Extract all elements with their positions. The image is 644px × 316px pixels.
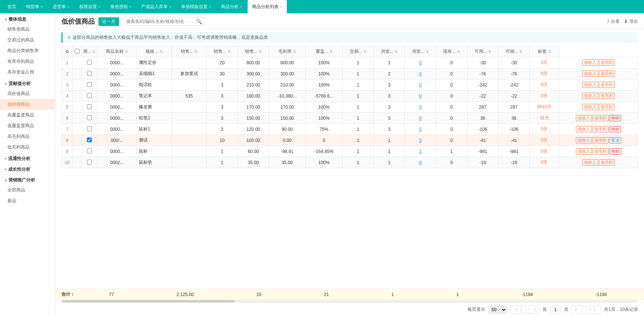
row-checkbox[interactable] [87, 126, 92, 131]
close-icon[interactable]: × [240, 5, 242, 9]
sidebar-item-high-coverage[interactable]: 高覆盖度商品 [0, 110, 55, 120]
nav-product-analysis-list[interactable]: 商品分析列表 × [248, 0, 287, 13]
row-margin: 100% [305, 57, 342, 68]
row-checkbox[interactable] [87, 137, 92, 142]
row-view2: 0 [436, 157, 467, 168]
row-sales3: 150.00 [269, 113, 306, 124]
nav-sales-order[interactable]: 销货单 × [21, 0, 47, 13]
row-view2: 1 [436, 146, 467, 157]
sidebar-item-stock-capital[interactable]: 库存资金占用 [0, 67, 55, 78]
next-page-button[interactable]: 〉 [571, 305, 583, 314]
page-size-select[interactable]: 50 100 200 [488, 306, 507, 314]
row-checkbox[interactable] [87, 160, 92, 164]
row-view1[interactable]: 0 [405, 91, 436, 102]
row-index: 4 [62, 91, 73, 102]
nav-template-settings[interactable]: 单据模板设置 × [177, 0, 216, 13]
page-number-input[interactable] [550, 306, 561, 313]
sidebar-item-low-margin[interactable]: 低毛利商品 [0, 142, 55, 153]
row-checkbox[interactable] [87, 71, 92, 76]
first-page-button[interactable]: 〈〈 [510, 305, 526, 314]
sidebar-item-traded-products[interactable]: 交易过的商品 [0, 35, 55, 45]
select-all-checkbox[interactable] [75, 49, 80, 54]
row-coverage: 1 [342, 79, 373, 91]
row-view1[interactable]: 0 [405, 135, 436, 146]
row-view1[interactable]: 0 [405, 102, 436, 113]
sidebar-group-growth[interactable]: > 成长性分析 [0, 163, 55, 174]
row-checkbox[interactable] [87, 82, 92, 87]
column-settings[interactable]: ⚙ [62, 46, 73, 57]
row-deal: 3 [373, 102, 405, 113]
nav-home[interactable]: 首页 [3, 0, 21, 13]
share-button[interactable]: ⤴ 分享 [607, 18, 620, 25]
sidebar-group-liquidity[interactable]: > 流通性分析 [0, 153, 55, 163]
sidebar-item-sales-products[interactable]: 销售类商品 [0, 24, 55, 35]
sidebar-item-high-margin[interactable]: 高毛利商品 [0, 131, 55, 142]
close-icon[interactable]: × [209, 5, 211, 9]
column-view2: 浏览... ⇅ [405, 46, 436, 57]
row-sales2: 150.00 [238, 113, 269, 124]
footer-view2: 1 [456, 292, 459, 297]
sidebar-item-low-coverage[interactable]: 低覆盖度商品 [0, 120, 55, 131]
sidebar-item-all-products[interactable]: 全部商品 [0, 185, 55, 196]
close-icon[interactable]: × [41, 5, 43, 9]
row-coverage: 1 [342, 124, 373, 135]
sidebar-item-category-sales-rate[interactable]: 商品分类销售率 [0, 45, 55, 56]
close-icon[interactable]: × [280, 5, 282, 9]
export-button[interactable]: ⬇ 导出 [624, 18, 638, 25]
row-view1[interactable]: 0 [405, 157, 436, 168]
row-deal: 3 [373, 79, 405, 91]
row-tags: 低收入低毛利 [559, 79, 638, 91]
nav-permissions[interactable]: 权限设置 × [75, 0, 105, 13]
tag: 低毛利 [599, 159, 615, 166]
footer-label: 合计： [61, 291, 75, 298]
main-layout: ∨ 整体信息 销售类商品 交易过的商品 商品分类销售率 有库存的商品 库存资金占… [0, 13, 644, 316]
table-row: 9 0000... 鼠标 1 60.00 -98.91 -164.85% 1 1… [62, 146, 638, 157]
nav-product-inbound[interactable]: 产成品入库单 × [137, 0, 176, 13]
row-deal: 1 [373, 57, 405, 68]
sidebar: ∨ 整体信息 销售类商品 交易过的商品 商品分类销售率 有库存的商品 库存资金占… [0, 13, 56, 316]
row-view2: 0 [436, 91, 467, 102]
row-checkbox[interactable] [87, 93, 92, 98]
close-icon[interactable]: × [130, 5, 132, 9]
row-tags: 低收入低毛利置顶 [559, 135, 638, 146]
row-checkbox[interactable] [87, 115, 92, 120]
row-settings [73, 157, 82, 168]
row-view1[interactable]: 0 [405, 113, 436, 124]
row-tags: 低收入低毛利 [559, 68, 638, 79]
row-checkbox[interactable] [87, 104, 92, 109]
search-input[interactable] [123, 17, 204, 26]
sidebar-group-marketing[interactable]: ∨ 营销推广分析 [0, 174, 55, 185]
row-checkbox[interactable] [87, 149, 92, 153]
row-stock3: 0天 [530, 91, 559, 102]
row-checkbox[interactable] [87, 60, 92, 65]
row-view1[interactable]: 1 [405, 146, 436, 157]
row-view1[interactable]: 0 [405, 57, 436, 68]
tag: 低毛利 [593, 115, 608, 121]
row-stock1: -22 [467, 91, 498, 102]
sidebar-item-high-value[interactable]: 高价值商品 [0, 88, 55, 99]
sidebar-group-contribution[interactable]: ∨ 贡献值分析 [0, 78, 55, 88]
row-name: 测试 [137, 135, 172, 146]
sidebar-item-stock-products[interactable]: 有库存的商品 [0, 56, 55, 67]
nav-role-auth[interactable]: 角色授权 × [106, 0, 136, 13]
row-view1[interactable]: 0 [405, 124, 436, 135]
sidebar-group-overview[interactable]: ∨ 整体信息 [0, 13, 55, 24]
sidebar-item-low-value[interactable]: 低价值商品 [0, 99, 55, 110]
close-icon[interactable]: × [169, 5, 171, 9]
header-actions: ⤴ 分享 ⬇ 导出 [607, 18, 638, 25]
column-stock2: 可用... ⇅ [467, 46, 498, 57]
close-icon[interactable]: × [98, 5, 101, 9]
footer-deal: 21 [324, 292, 329, 297]
row-view1[interactable]: 0 [405, 79, 436, 91]
time-filter-button[interactable]: 近一月 [98, 17, 119, 26]
sidebar-item-new-products[interactable]: 新品 [0, 196, 55, 206]
search-icon[interactable]: 🔍 [196, 18, 202, 24]
close-icon[interactable]: × [67, 5, 70, 9]
prev-page-button[interactable]: 〈 [529, 305, 540, 314]
nav-product-analysis[interactable]: 商品分析 × [217, 0, 247, 13]
last-page-button[interactable]: 〉〉 [586, 305, 601, 314]
nav-purchase-order[interactable]: 进货单 × [48, 0, 74, 13]
row-margin: 100% [305, 102, 342, 113]
row-tags: 低收入低毛利热销 [559, 124, 638, 135]
row-view1[interactable]: 0 [405, 68, 436, 79]
